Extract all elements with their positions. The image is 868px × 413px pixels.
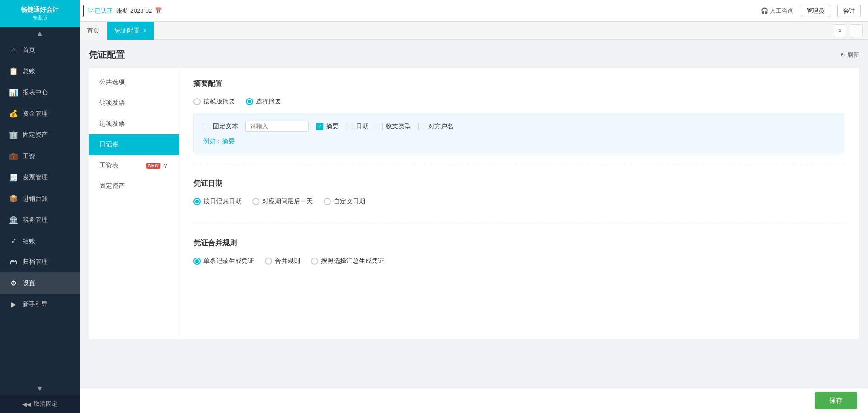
accountant-button[interactable]: 会计	[837, 5, 861, 17]
admin-button[interactable]: 管理员	[801, 5, 830, 17]
radio-select-summary[interactable]: 选择摘要	[246, 98, 281, 106]
config-item-payroll-label: 工资表	[99, 161, 118, 169]
radio-custom-date[interactable]: 自定义日期	[324, 197, 365, 206]
fixed-text-input[interactable]	[245, 121, 309, 132]
config-item-journal[interactable]: 日记账	[89, 134, 179, 155]
sidebar-item-label: 税务管理	[23, 216, 48, 224]
radio-summary-generate[interactable]: 按照选择汇总生成凭证	[311, 257, 384, 265]
close-window-icon: ×	[838, 27, 842, 34]
sidebar-item-invoice-mgmt[interactable]: 🧾 发票管理	[0, 167, 80, 188]
sidebar-item-label: 进销台账	[23, 195, 48, 203]
checkbox-counterpart[interactable]: 对方户名	[418, 122, 453, 131]
invoice-mgmt-icon: 🧾	[9, 173, 18, 182]
checkbox-income-type[interactable]: 收支类型	[376, 122, 411, 131]
sidebar-item-ledger[interactable]: 📋 总账	[0, 61, 80, 82]
config-item-fixed-assets-label: 固定资产	[99, 182, 125, 189]
sidebar-item-label: 固定资产	[23, 131, 48, 139]
sidebar-item-label: 总账	[23, 67, 35, 75]
headset-icon: 🎧	[761, 7, 768, 14]
radio-custom-date-circle	[324, 198, 331, 205]
radio-journal-date-label: 按日记账日期	[203, 197, 241, 206]
checkbox-date[interactable]: 日期	[346, 122, 368, 131]
sidebar-item-home[interactable]: ⌂ 首页	[0, 40, 80, 61]
sidebar-item-checkout[interactable]: ✓ 结账	[0, 230, 80, 252]
merge-rules-title: 凭证合并规则	[193, 239, 844, 248]
tab-voucher-config[interactable]: 凭证配置 ×	[107, 22, 154, 40]
radio-summary-generate-label: 按照选择汇总生成凭证	[321, 257, 384, 265]
tab-bar-actions: × ⛶	[834, 24, 863, 37]
config-item-fixed-assets[interactable]: 固定资产	[89, 176, 179, 197]
page-content: 凭证配置 ↻ 刷新 公共选项 销项发票 进项发票 日记账	[80, 40, 868, 388]
calendar-icon[interactable]: 📅	[155, 7, 162, 14]
sidebar-scroll: ⌂ 首页 📋 总账 📊 报表中心 💰 资金管理 🏢 固定资产 💼 工资 🧾 发票…	[0, 40, 80, 382]
fixed-text-label: 固定文本	[213, 122, 238, 131]
cancel-fixed-button[interactable]: ◀◀ 取消固定	[0, 395, 80, 413]
settings-icon: ⚙	[9, 279, 18, 287]
counterpart-label: 对方户名	[428, 122, 453, 131]
summary-section-title: 摘要配置	[193, 79, 844, 89]
config-item-public[interactable]: 公共选项	[89, 72, 179, 93]
save-button[interactable]: 保存	[815, 392, 857, 409]
report-icon: 📊	[9, 88, 18, 97]
sidebar-item-label: 新手引导	[23, 300, 48, 309]
top-bar-left: 测试 ▾ + ⚙ 切到旧版 🛡 已认证 账期 2023-02 📅	[7, 5, 755, 17]
sidebar-scroll-up[interactable]: ▲	[0, 27, 80, 40]
sidebar-item-settings[interactable]: ⚙ 设置	[0, 272, 80, 294]
sidebar-item-label: 设置	[23, 279, 35, 287]
expand-window-button[interactable]: ⛶	[850, 24, 863, 37]
radio-single-record[interactable]: 单条记录生成凭证	[193, 257, 254, 265]
sidebar-item-report[interactable]: 📊 报表中心	[0, 82, 80, 103]
fixed-text-checkbox	[203, 123, 210, 130]
config-item-payroll[interactable]: 工资表 NEW ∨	[89, 155, 179, 176]
sidebar-item-capital[interactable]: 💰 资金管理	[0, 103, 80, 124]
refresh-button[interactable]: ↻ 刷新	[840, 51, 859, 59]
sidebar-item-purchase-sale[interactable]: 📦 进销台账	[0, 188, 80, 209]
sidebar-item-guide[interactable]: ▶ 新手引导	[0, 294, 80, 315]
checkbox-fixed-text[interactable]: 固定文本	[203, 122, 238, 131]
summary-label: 摘要	[326, 122, 339, 131]
date-label: 日期	[356, 122, 368, 131]
page-title: 凭证配置	[89, 49, 125, 61]
config-item-sales-label: 销项发票	[99, 99, 125, 106]
verified-status: 🛡 已认证	[87, 7, 113, 15]
config-item-journal-label: 日记账	[99, 141, 118, 148]
sidebar-item-assets[interactable]: 🏢 固定资产	[0, 124, 80, 145]
radio-merge-rule[interactable]: 合并规则	[265, 257, 300, 265]
radio-single-record-circle	[193, 258, 201, 265]
sidebar-item-archive[interactable]: 🗃 归档管理	[0, 252, 80, 272]
checkbox-summary[interactable]: ✓ 摘要	[316, 122, 339, 131]
tab-home-label: 首页	[87, 27, 99, 35]
radio-template-summary[interactable]: 按模版摘要	[193, 98, 235, 106]
tab-close-icon[interactable]: ×	[143, 28, 146, 34]
summary-radio-group: 按模版摘要 选择摘要	[193, 98, 844, 106]
logo-text: 畅捷通好会计	[21, 6, 59, 14]
period-label: 账期	[116, 7, 128, 15]
refresh-icon: ↻	[840, 52, 845, 58]
new-badge: NEW	[146, 163, 160, 169]
radio-period-last-day[interactable]: 对应期间最后一天	[252, 197, 313, 206]
radio-template-circle	[193, 98, 201, 105]
sidebar-item-label: 首页	[23, 46, 35, 54]
radio-journal-date-circle	[193, 198, 201, 205]
sidebar-item-salary[interactable]: 💼 工资	[0, 145, 80, 167]
tab-home[interactable]: 首页	[80, 22, 107, 40]
counterpart-checkbox	[418, 123, 425, 130]
income-type-label: 收支类型	[386, 122, 411, 131]
sidebar-item-tax[interactable]: 🏦 税务管理	[0, 209, 80, 230]
close-window-button[interactable]: ×	[834, 24, 846, 37]
config-item-purchase-invoice[interactable]: 进项发票	[89, 113, 179, 134]
period-value: 2023-02	[131, 7, 152, 14]
radio-template-label: 按模版摘要	[203, 98, 235, 106]
main-wrapper: 首页 凭证配置 × × ⛶ 凭证配置 ↻ 刷新	[80, 22, 868, 413]
tab-active-label: 凭证配置	[114, 27, 140, 35]
merge-rules-section: 凭证合并规则 单条记录生成凭证 合并规则 按照选择汇总生成凭证	[193, 239, 844, 283]
sidebar-scroll-down[interactable]: ▼	[0, 382, 80, 395]
tab-bar: 首页 凭证配置 × × ⛶	[80, 22, 868, 40]
cancel-fixed-label: 取消固定	[34, 400, 57, 408]
consult-button[interactable]: 🎧 人工咨询	[761, 7, 793, 15]
capital-icon: 💰	[9, 109, 18, 118]
page-header: 凭证配置 ↻ 刷新	[89, 49, 859, 61]
radio-journal-date[interactable]: 按日记账日期	[193, 197, 241, 206]
radio-custom-date-label: 自定义日期	[334, 197, 365, 206]
config-item-sales-invoice[interactable]: 销项发票	[89, 93, 179, 113]
